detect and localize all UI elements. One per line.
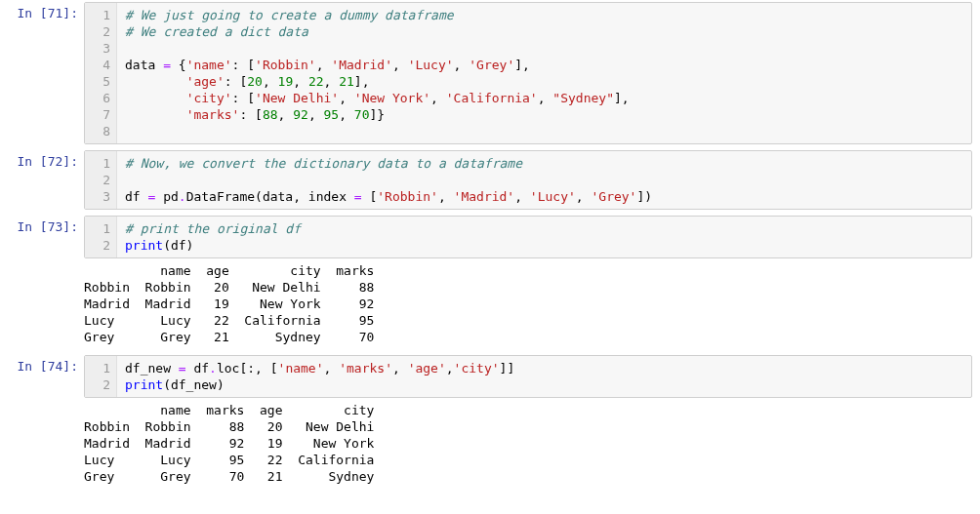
jupyter-notebook: In [71]:12345678# We just going to creat…	[0, 0, 980, 491]
line-number: 3	[91, 188, 110, 205]
cell-prompt: In [73]:	[0, 216, 84, 349]
line-number: 3	[91, 40, 110, 57]
notebook-cell: In [74]:12df_new = df.loc[:, ['name', 'm…	[0, 353, 980, 491]
line-number: 7	[91, 106, 110, 123]
cell-prompt: In [71]:	[0, 2, 84, 144]
line-number: 2	[91, 376, 110, 393]
code-content[interactable]: # Now, we convert the dictionary data to…	[117, 151, 660, 209]
code-input-area[interactable]: 12df_new = df.loc[:, ['name', 'marks', '…	[84, 355, 972, 398]
cell-output: name marks age city Robbin Robbin 88 20 …	[84, 398, 972, 489]
code-content[interactable]: df_new = df.loc[:, ['name', 'marks', 'ag…	[117, 356, 522, 397]
notebook-cell: In [73]:12# print the original df print(…	[0, 214, 980, 351]
line-number-gutter: 12345678	[85, 3, 117, 143]
line-number: 4	[91, 57, 110, 73]
line-number-gutter: 123	[85, 151, 117, 209]
line-number-gutter: 12	[85, 217, 117, 257]
cell-body: 123# Now, we convert the dictionary data…	[84, 150, 980, 210]
line-number: 2	[91, 237, 110, 254]
code-input-area[interactable]: 123# Now, we convert the dictionary data…	[84, 150, 972, 210]
code-input-area[interactable]: 12345678# We just going to create a dumm…	[84, 2, 972, 144]
notebook-cell: In [71]:12345678# We just going to creat…	[0, 0, 980, 146]
notebook-cell: In [72]:123# Now, we convert the diction…	[0, 148, 980, 212]
line-number-gutter: 12	[85, 356, 117, 397]
cell-body: 12345678# We just going to create a dumm…	[84, 2, 980, 144]
cell-output: name age city marks Robbin Robbin 20 New…	[84, 258, 972, 349]
line-number: 1	[91, 7, 110, 23]
code-content[interactable]: # We just going to create a dummy datafr…	[117, 3, 637, 143]
line-number: 1	[91, 220, 110, 237]
cell-body: 12# print the original df print(df) name…	[84, 216, 980, 349]
line-number: 5	[91, 73, 110, 90]
cell-prompt: In [74]:	[0, 355, 84, 489]
code-input-area[interactable]: 12# print the original df print(df)	[84, 216, 972, 258]
line-number: 8	[91, 123, 110, 139]
cell-prompt: In [72]:	[0, 150, 84, 210]
line-number: 1	[91, 360, 110, 376]
line-number: 6	[91, 90, 110, 106]
cell-body: 12df_new = df.loc[:, ['name', 'marks', '…	[84, 355, 980, 489]
line-number: 2	[91, 23, 110, 40]
line-number: 2	[91, 172, 110, 188]
line-number: 1	[91, 155, 110, 172]
code-content[interactable]: # print the original df print(df)	[117, 217, 308, 257]
